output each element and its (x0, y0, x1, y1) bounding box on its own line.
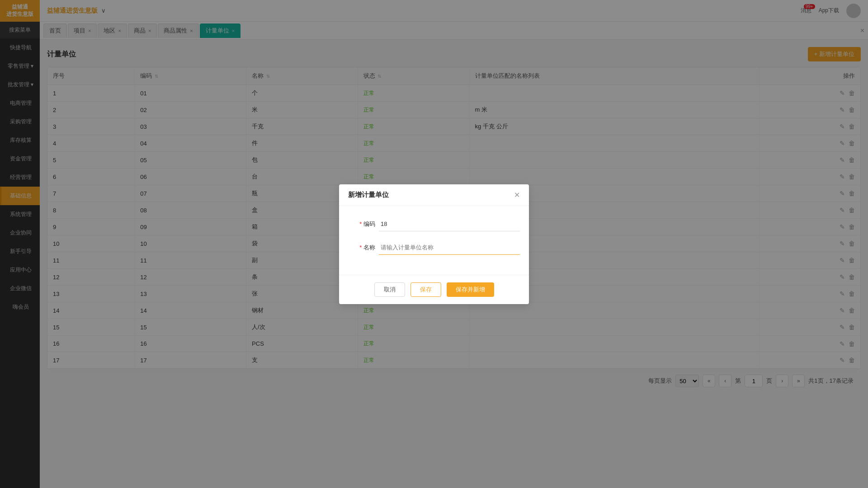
code-input[interactable] (379, 217, 520, 231)
add-unit-modal: 新增计量单位 ✕ 编码 名称 取消 保存 保存并新增 (339, 184, 529, 304)
cancel-button[interactable]: 取消 (374, 282, 405, 297)
modal-close-button[interactable]: ✕ (514, 191, 520, 199)
modal-footer: 取消 保存 保存并新增 (339, 275, 529, 304)
modal-title: 新增计量单位 (348, 191, 389, 199)
save-button[interactable]: 保存 (410, 282, 441, 297)
name-label: 名称 (348, 244, 375, 252)
modal-overlay[interactable]: 新增计量单位 ✕ 编码 名称 取消 保存 保存并新增 (0, 0, 868, 488)
modal-header: 新增计量单位 ✕ (339, 184, 529, 206)
code-label: 编码 (348, 220, 375, 228)
form-row-code: 编码 (348, 217, 520, 231)
modal-body: 编码 名称 (339, 206, 529, 275)
form-row-name: 名称 (348, 240, 520, 255)
name-input[interactable] (379, 240, 520, 255)
save-and-new-button[interactable]: 保存并新增 (447, 282, 494, 297)
